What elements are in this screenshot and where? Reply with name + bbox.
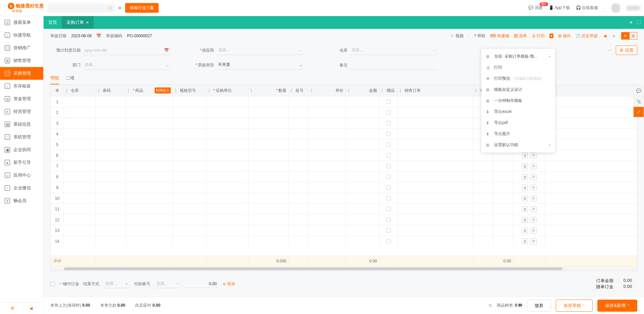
gift-checkbox[interactable] — [386, 185, 391, 190]
gear-icon[interactable]: ⚙ — [118, 6, 122, 10]
delete-row-icon[interactable]: 🗑 — [522, 238, 528, 244]
help-link[interactable]: ? 帮助 — [474, 33, 485, 39]
rail-expand-icon[interactable]: ⤢ — [633, 107, 644, 117]
sidebar-item-4[interactable]: ☐采购管理 — [0, 67, 43, 80]
sidebar-item-0[interactable]: ⊙搜索菜单 — [0, 16, 43, 29]
table-row[interactable]: 13 🗑 ⧉ — [51, 225, 637, 236]
print-link[interactable]: 🖨 打印 — [532, 33, 545, 39]
chevron-down-icon[interactable]: ⌄ — [166, 63, 169, 67]
doc-date-value[interactable]: 2023-06-06 — [71, 34, 92, 38]
settings-more-icon[interactable]: ··· — [607, 47, 612, 53]
table-row[interactable]: 10 🗑 ⧉ — [51, 193, 637, 203]
calendar-icon[interactable]: 📅 — [96, 34, 101, 38]
tab-detail[interactable]: 明细 — [50, 72, 59, 84]
tab-close-all-icon[interactable]: ✕ — [629, 20, 633, 25]
table-row[interactable]: 14 🗑 ⧉ — [51, 236, 637, 246]
gift-checkbox[interactable] — [386, 207, 391, 211]
add-button[interactable]: ⊕ 添加 — [223, 281, 235, 287]
gift-checkbox[interactable] — [386, 110, 391, 115]
dd-current-template[interactable]: ⊞当前: 采购订单模板-预...▾ — [481, 51, 555, 62]
gift-checkbox[interactable] — [386, 121, 391, 125]
supplier-input[interactable]: 选择... ··· — [217, 46, 304, 55]
dept-input[interactable]: 选择... ⌄ — [83, 60, 170, 70]
app-download-link[interactable]: 📱 App下载 — [549, 5, 570, 11]
delete-row-icon[interactable]: 🗑 — [522, 163, 528, 169]
sidebar-item-6[interactable]: ◎资金管理 — [0, 92, 43, 105]
view-grid-icon[interactable]: ⊞ — [629, 32, 637, 40]
invoice-input[interactable]: 不开票 ⌄ — [217, 60, 304, 70]
gift-checkbox[interactable] — [386, 164, 391, 168]
sidebar-item-9[interactable]: ◌系统管理 — [0, 131, 43, 143]
gift-checkbox[interactable] — [386, 228, 391, 233]
table-row[interactable]: 12 🗑 ⧉ — [51, 214, 637, 225]
acct-select[interactable]: 选择...··· — [154, 279, 181, 288]
save-draft-button[interactable]: 保存草稿⌃ — [556, 300, 593, 312]
horizontal-scrollbar[interactable] — [51, 266, 637, 271]
delete-row-icon[interactable]: 🗑 — [522, 228, 528, 234]
more-icon[interactable]: ··· — [433, 48, 436, 53]
gift-checkbox[interactable] — [386, 175, 391, 179]
delete-row-icon[interactable]: 🗑 — [522, 217, 528, 223]
scan-button[interactable]: 扫码录入 — [155, 87, 171, 93]
delete-row-icon[interactable]: 🗑 — [522, 152, 528, 159]
gift-checkbox[interactable] — [386, 142, 391, 147]
sidebar-item-5[interactable]: ⌂库存核算 — [0, 80, 43, 92]
copy-row-icon[interactable]: ⧉ — [531, 152, 537, 159]
history-link[interactable]: 🕐 历史单据 — [576, 33, 598, 39]
sidebar-item-11[interactable]: ▸新手引导 — [0, 156, 43, 169]
table-row[interactable]: 11 🗑 ⧉ — [51, 203, 637, 214]
fullscreen-icon[interactable]: ⛶ — [637, 20, 641, 25]
pay-amount-input[interactable]: 0.00 — [185, 280, 219, 288]
delete-row-icon[interactable]: 🗑 — [522, 185, 528, 191]
dd-set-default[interactable]: ⊞设置默认功能▾ — [481, 139, 555, 150]
copy-row-icon[interactable]: ⧉ — [531, 185, 537, 191]
tab-2d[interactable]: 二维 — [66, 72, 74, 84]
select-bill-link[interactable]: ☰ 选单 — [514, 33, 527, 39]
rail-attach-icon[interactable]: 📎 — [633, 96, 644, 107]
next-icon[interactable]: ▶ — [612, 34, 616, 38]
shortcut-link[interactable]: ⌨ 快捷键 — [490, 33, 509, 39]
copy-row-icon[interactable]: ⧉ — [531, 206, 537, 212]
chevron-down-icon[interactable]: ⌄ — [299, 63, 303, 67]
copy-row-icon[interactable]: ⧉ — [531, 163, 537, 169]
delete-row-icon[interactable]: 🗑 — [522, 195, 528, 201]
avatar[interactable] — [611, 3, 621, 13]
sidebar-item-14[interactable]: V畅会员 — [0, 194, 43, 207]
copy-row-icon[interactable]: ⧉ — [531, 228, 537, 234]
dd-export-pdf[interactable]: ⬇导出pdf — [481, 117, 555, 128]
sidebar-item-12[interactable]: ☺应用中心 — [0, 169, 43, 182]
dd-export-img[interactable]: ⬇导出图片 — [481, 128, 555, 139]
tab-purchase-order[interactable]: 采购订单 ✕ — [62, 16, 94, 29]
sidebar-item-10[interactable]: ▣企业协同 — [0, 143, 43, 156]
remark-input[interactable] — [350, 60, 437, 70]
discard-button[interactable]: 放弃 — [527, 300, 551, 312]
print-dropdown-icon[interactable]: ▾ — [549, 34, 553, 38]
sidebar-item-1[interactable]: ⌂快捷导航 — [0, 29, 43, 42]
dd-preview[interactable]: 👁打印预览 (可编辑当前模板) — [481, 73, 555, 84]
dd-export-excel[interactable]: ⬇导出excel — [481, 106, 555, 117]
sidebar-item-2[interactable]: ☐营销推广 — [0, 42, 43, 54]
gear-icon[interactable]: ⚙ — [55, 88, 59, 93]
delete-row-icon[interactable]: 🗑 — [522, 206, 528, 212]
gift-checkbox[interactable] — [386, 196, 391, 200]
dd-quick-template[interactable]: ⊞一分钟制作模板 — [481, 95, 555, 106]
gift-checkbox[interactable] — [386, 217, 391, 222]
service-link[interactable]: 🎧 在线客服 — [576, 5, 598, 11]
video-link[interactable]: ▷ 视频 — [450, 33, 464, 39]
sidebar-settings-icon[interactable]: ⚙ — [11, 306, 14, 311]
sidebar-collapse-icon[interactable]: ◀ — [30, 306, 33, 311]
company-select[interactable]: ▾ — [48, 3, 115, 13]
save-new-button[interactable]: 保存&新增⌃ — [597, 300, 637, 312]
settle-select[interactable]: 选择...⌄ — [103, 279, 130, 288]
table-row[interactable]: 9 🗑 ⧉ — [51, 182, 637, 193]
arrive-date-input[interactable]: yyyy-mm-dd 📅 — [83, 46, 170, 55]
rail-chat-icon[interactable]: 💬 — [633, 85, 644, 96]
delete-row-icon[interactable]: 🗑 — [522, 174, 528, 180]
table-row[interactable]: 8 🗑 ⧉ — [51, 171, 637, 182]
message-link[interactable]: 💬 消息 99+ — [528, 5, 542, 11]
sidebar-item-3[interactable]: ⊞销售管理 — [0, 54, 43, 67]
calendar-icon[interactable]: 📅 — [164, 48, 169, 53]
gift-checkbox[interactable] — [386, 239, 391, 243]
close-icon[interactable]: ✕ — [86, 20, 89, 25]
refresh-icon[interactable]: ↻ — [489, 303, 492, 308]
